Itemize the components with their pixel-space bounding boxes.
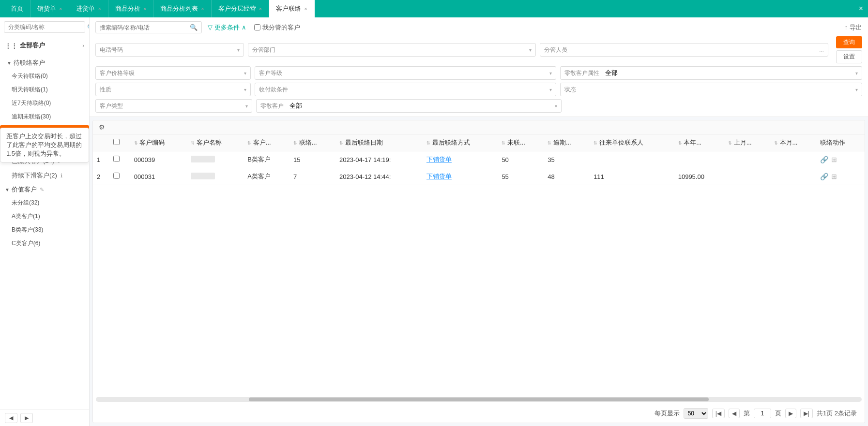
sidebar-prev-btn[interactable]: ◀ [5,413,17,423]
all-customers-header[interactable]: ⋮⋮ 全部客户 › [0,37,89,54]
row-code: 000039 [130,151,187,168]
row-last-method[interactable]: 下销货单 [423,151,498,168]
filter-gender[interactable]: 性质 ▾ [95,83,251,96]
sidebar-search-icon[interactable]: 🔍 [87,24,90,31]
filter-phone[interactable]: 电话号码 ▾ [95,43,244,57]
table-header-row: ⇅ 客户编码 ⇅ 客户名称 ⇅ 客户... [93,134,865,151]
row-select-checkbox[interactable] [113,173,120,179]
col-customer-type[interactable]: ⇅ 客户... [244,134,289,151]
col-contact-person[interactable]: ⇅ 往来单位联系人 [590,134,674,151]
horizontal-scrollbar[interactable] [96,397,862,402]
tab-home[interactable]: 首页 [4,0,30,17]
close-icon[interactable]: × [304,6,307,12]
col-code[interactable]: ⇅ 客户编码 [130,134,187,151]
filter-retail-attr[interactable]: 零散客户属性 全部 ▾ [560,66,862,80]
filter-bar: 🔍 ▽ 更多条件 ∧ 我分管的客户 ↑ 导出 [90,17,868,117]
close-window-button[interactable]: × [859,4,863,13]
pending-contact-header[interactable]: ▼ 待联络客户 [0,56,89,69]
row-select-checkbox[interactable] [113,156,120,162]
chevron-down-icon: ▾ [237,47,240,53]
table-section: ⚙ ⇅ 客户编码 ⇅ 客户名 [92,120,865,423]
row-customer-type: B类客户 [244,151,289,168]
search-icon[interactable]: 🔍 [190,24,198,31]
tab-sales[interactable]: 销货单 × [30,0,69,17]
col-last-month[interactable]: ⇅ 上月... [724,134,770,151]
settings-button[interactable]: 设置 [836,50,862,63]
close-icon[interactable]: × [98,6,101,12]
export-icon: ↑ [845,24,848,31]
sidebar-item-7days[interactable]: 近7天待联络(0) [0,96,89,110]
filter-manager[interactable]: 分管人员 … [540,43,828,57]
link-action-icon[interactable]: 🔗 [820,173,828,180]
sidebar-item-today[interactable]: 今天待联络(0) [0,69,89,83]
row-actions: 🔗 ⊞ [816,168,865,185]
filter-payment-terms[interactable]: 收付款条件 ▾ [255,83,557,96]
my-customers-check[interactable] [254,24,260,30]
my-customers-checkbox[interactable]: 我分管的客户 [254,23,300,32]
tab-customer-ops[interactable]: 客户分层经营 × [212,0,269,17]
close-icon[interactable]: × [59,6,62,12]
more-conditions-btn[interactable]: ▽ 更多条件 ∧ [208,23,246,32]
sort-icon: ⇅ [502,141,505,146]
edit-icon[interactable]: ✎ [40,187,44,193]
prev-page-button[interactable]: ◀ [729,409,740,418]
tab-product-list[interactable]: 商品分析列表 × [153,0,211,17]
sidebar-item-a-class[interactable]: A类客户(1) [0,209,89,223]
grid-action-icon[interactable]: ⊞ [831,156,837,163]
collapse-icon[interactable]: › [82,43,84,48]
arrow-icon: ▼ [7,60,12,66]
row-last-method[interactable]: 下销货单 [423,168,498,185]
filter-price-level[interactable]: 客户价格等级 ▾ [95,66,251,80]
grid-action-icon[interactable]: ⊞ [831,173,837,180]
value-customers-header[interactable]: ▼ 价值客户 ✎ [0,182,89,196]
col-this-year[interactable]: ⇅ 本年... [674,134,724,151]
query-button[interactable]: 查询 [836,36,862,48]
close-icon[interactable]: × [143,6,146,12]
pagination: 每页显示 50 100 200 |◀ ◀ 第 页 ▶ ▶| 共1页 2条记录 [93,404,865,423]
sidebar-item-declining[interactable]: 持续下滑客户(2) ℹ [0,168,89,183]
filter-icon: ▽ [208,24,213,31]
sidebar-item-overdue[interactable]: 逾期未联络(30) [0,110,89,123]
sidebar-bottom: ◀ ▶ [0,410,89,426]
row-contact-count: 7 [289,168,335,185]
close-icon[interactable]: × [201,6,204,12]
sidebar-item-tomorrow[interactable]: 明天待联络(1) [0,83,89,96]
next-page-button[interactable]: ▶ [785,409,796,418]
col-last-contact-date[interactable]: ⇅ 最后联络日期 [335,134,423,151]
filter-department[interactable]: 分管部门 ▾ [248,43,536,57]
table-settings-icon[interactable]: ⚙ [99,123,105,131]
col-this-month[interactable]: ⇅ 本月... [770,134,816,151]
close-icon[interactable]: × [259,6,262,12]
filter-customer-level[interactable]: 客户等级 ▾ [255,66,557,80]
tab-customer-contact[interactable]: 客户联络 × [269,0,314,17]
sidebar: 🔍 ⋮⋮ 全部客户 › ▼ 待联络客户 今天待联络(0) 明天待联络(1) 近7… [0,17,90,426]
sidebar-item-unclassified[interactable]: 未分组(32) [0,196,89,209]
sidebar-search-input[interactable] [4,21,85,33]
search-input[interactable] [100,24,190,31]
first-page-button[interactable]: |◀ [712,409,725,418]
tab-product-analysis[interactable]: 商品分析 × [108,0,153,17]
col-overdue[interactable]: ⇅ 逾期... [544,134,590,151]
col-name[interactable]: ⇅ 客户名称 [187,134,244,151]
col-checkbox [109,134,130,151]
page-number-input[interactable] [754,409,771,418]
link-action-icon[interactable]: 🔗 [820,156,828,163]
col-last-contact-method[interactable]: ⇅ 最后联络方式 [423,134,498,151]
filter-status[interactable]: 状态 ▾ [560,83,862,96]
per-page-select[interactable]: 50 100 200 [684,408,708,419]
export-button[interactable]: ↑ 导出 [845,23,863,32]
arrow-icon: ▼ [5,187,10,192]
scroll-thumb[interactable] [249,397,708,401]
filter-retail-customer[interactable]: 零散客户 全部 ▾ [256,99,562,113]
col-uncontacted[interactable]: ⇅ 未联... [498,134,544,151]
name-placeholder [191,156,215,162]
sidebar-item-b-class[interactable]: B类客户(33) [0,223,89,236]
sidebar-item-c-class[interactable]: C类客户(6) [0,236,89,250]
filter-customer-type[interactable]: 客户类型 ▾ [95,99,252,113]
select-all-checkbox[interactable] [113,139,120,145]
col-contact-count[interactable]: ⇅ 联络... [289,134,335,151]
last-page-button[interactable]: ▶| [800,409,813,418]
tab-purchase[interactable]: 进货单 × [69,0,108,17]
sort-icon: ⇅ [774,141,778,146]
sidebar-next-btn[interactable]: ▶ [20,413,33,423]
